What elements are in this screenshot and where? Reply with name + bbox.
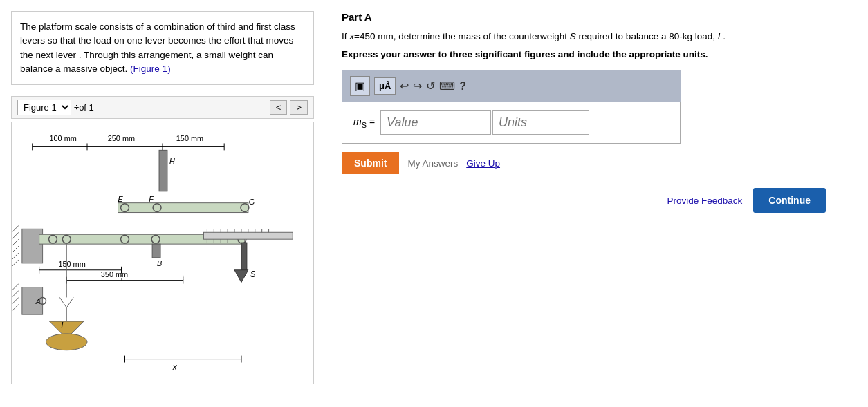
svg-line-57 <box>59 297 66 307</box>
svg-line-31 <box>12 284 19 291</box>
redo-icon[interactable]: ↪ <box>413 79 422 93</box>
svg-text:H: H <box>169 157 175 165</box>
svg-text:150 mm: 150 mm <box>58 260 85 268</box>
svg-text:G: G <box>249 198 255 206</box>
svg-text:L: L <box>61 321 66 330</box>
svg-rect-10 <box>159 150 167 191</box>
figure-link[interactable]: (Figure 1) <box>130 64 171 74</box>
svg-text:250 mm: 250 mm <box>108 134 135 142</box>
svg-text:E: E <box>118 195 124 203</box>
svg-line-28 <box>12 260 19 267</box>
answer-toolbar: ▣ μÅ ↩ ↪ ↺ ⌨ ? <box>342 70 681 102</box>
svg-point-60 <box>46 334 87 350</box>
left-panel: The platform scale consists of a combina… <box>0 0 325 407</box>
undo-icon[interactable]: ↩ <box>400 79 409 93</box>
svg-line-33 <box>12 297 19 304</box>
mu-label: μÅ <box>379 81 391 91</box>
figure-of-label: of 1 <box>79 102 94 113</box>
part-question: If x=450 mm, determine the mass of the c… <box>342 30 851 44</box>
value-input[interactable] <box>380 110 491 135</box>
help-icon[interactable]: ? <box>459 80 466 93</box>
figure-area: 100 mm 250 mm 150 mm H E F G C D <box>11 122 314 384</box>
svg-line-25 <box>12 239 19 246</box>
svg-rect-62 <box>203 232 293 239</box>
mu-button[interactable]: μÅ <box>374 77 396 95</box>
give-up-link[interactable]: Give Up <box>466 158 500 169</box>
right-panel: Part A If x=450 mm, determine the mass o… <box>325 0 868 407</box>
submit-button[interactable]: Submit <box>342 152 399 174</box>
figure-controls: Figure 1 ÷ of 1 < > <box>11 96 314 119</box>
svg-line-32 <box>12 291 19 298</box>
svg-rect-51 <box>152 244 160 258</box>
svg-marker-78 <box>234 270 248 283</box>
blocks-button[interactable]: ▣ <box>350 76 370 96</box>
svg-line-24 <box>12 232 19 239</box>
part-label: Part A <box>342 11 851 23</box>
svg-text:F: F <box>149 195 154 203</box>
ms-label: mS = <box>353 116 375 129</box>
svg-text:350 mm: 350 mm <box>101 270 128 278</box>
diagram-svg: 100 mm 250 mm 150 mm H E F G C D <box>12 122 313 384</box>
svg-rect-14 <box>118 203 248 213</box>
svg-rect-77 <box>241 243 247 270</box>
svg-line-34 <box>12 304 19 311</box>
svg-text:x: x <box>172 362 178 372</box>
feedback-row: Provide Feedback Continue <box>342 188 826 213</box>
problem-text-box: The platform scale consists of a combina… <box>11 11 314 85</box>
keyboard-icon[interactable]: ⌨ <box>439 79 455 93</box>
my-answers-link[interactable]: My Answers <box>407 158 458 169</box>
svg-text:100 mm: 100 mm <box>50 134 77 142</box>
svg-line-26 <box>12 246 19 253</box>
svg-text:150 mm: 150 mm <box>176 134 203 142</box>
svg-line-27 <box>12 253 19 260</box>
provide-feedback-link[interactable]: Provide Feedback <box>667 196 743 206</box>
submit-row: Submit My Answers Give Up <box>342 152 851 174</box>
continue-button[interactable]: Continue <box>753 188 826 213</box>
svg-line-58 <box>66 297 73 307</box>
svg-line-23 <box>12 225 19 232</box>
svg-text:B: B <box>157 259 162 267</box>
figure-select[interactable]: Figure 1 <box>17 100 71 115</box>
figure-next-button[interactable]: > <box>290 100 308 115</box>
blocks-icon: ▣ <box>355 79 365 93</box>
figure-prev-button[interactable]: < <box>270 100 288 115</box>
part-instruction: Express your answer to three significant… <box>342 49 851 59</box>
units-input[interactable] <box>492 110 589 135</box>
refresh-icon[interactable]: ↺ <box>426 79 435 93</box>
answer-row: mS = <box>342 102 681 144</box>
svg-text:S: S <box>250 269 256 279</box>
